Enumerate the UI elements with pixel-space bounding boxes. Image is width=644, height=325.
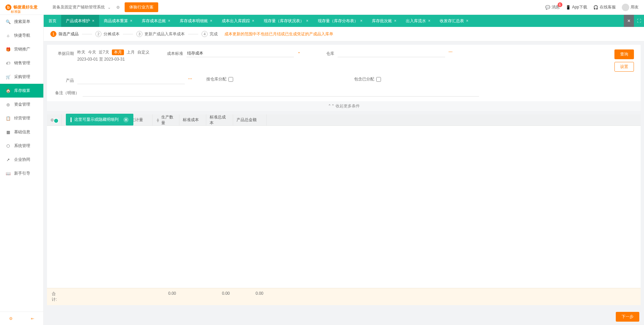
tab[interactable]: 收发存汇总表× [435, 15, 473, 27]
by-warehouse-checkbox[interactable]: 按仓库分配 [206, 76, 233, 82]
system-selector[interactable]: 装备及固定资产辅助管理系统 ⌄ ⚙ [52, 4, 120, 10]
step-separator [123, 34, 133, 34]
book-icon: 📖 [5, 171, 11, 176]
footer-cell [179, 291, 206, 302]
sidebar-item-label: 基础信息 [14, 129, 30, 135]
tab[interactable]: 库存成本明细账× [175, 15, 217, 27]
house-icon: 🏠 [5, 88, 11, 94]
close-icon[interactable]: × [130, 19, 132, 23]
home-icon: ⌂ [5, 33, 11, 38]
date-option[interactable]: 昨天 [77, 49, 85, 55]
fullscreen-icon[interactable]: ⛶ [634, 15, 644, 27]
sidebar-item-operation[interactable]: 📋经营管理 [0, 111, 43, 125]
date-option[interactable]: 今天 [88, 49, 96, 55]
next-button[interactable]: 下一步 [616, 312, 639, 322]
close-icon[interactable]: × [360, 19, 362, 23]
sidebar-item-finance[interactable]: ◎资金管理 [0, 98, 43, 111]
tab[interactable]: 成本出入库跟踪× [217, 15, 259, 27]
sidebar-item-marketing[interactable]: 🎁营销推广 [0, 42, 43, 56]
close-all-tabs-icon[interactable]: ✕ [624, 15, 634, 27]
cost-standard-input[interactable] [186, 49, 294, 57]
tooltip-text: 这里可显示或隐藏明细列 [74, 117, 119, 122]
column-header[interactable]: 标准总成本 [206, 114, 233, 125]
experience-button[interactable]: 体验行业方案 [125, 2, 158, 12]
chevron-down-icon[interactable]: ⌄ [297, 49, 301, 54]
sidebar-item-base[interactable]: ▦基础信息 [0, 125, 43, 139]
gear-icon[interactable]: ⚙ [116, 5, 120, 10]
tab[interactable]: 现存量（库存分布表）× [313, 15, 367, 27]
app-download-link[interactable]: 📱 App下载 [566, 4, 587, 10]
footer-cell: 0.00 [233, 291, 267, 302]
date-option[interactable]: 本月 [112, 49, 124, 55]
sidebar-item-label: 经营管理 [14, 115, 30, 121]
sidebar-item-inventory[interactable]: 🏠库存核算 [0, 84, 43, 98]
by-warehouse-input[interactable] [228, 77, 233, 82]
ellipsis-icon[interactable]: ⋯ [188, 76, 193, 81]
remark-input[interactable] [83, 89, 479, 97]
sidebar-item-system[interactable]: ⬡系统管理 [0, 139, 43, 153]
sidebar-item-label: 新手引导 [14, 171, 30, 176]
tab-label: 产品成本维护 [66, 18, 90, 24]
tab[interactable]: 商品成本重算× [99, 15, 137, 27]
step-number: 2 [95, 31, 101, 37]
product-field: 产品 ⋯ [54, 76, 193, 84]
sidebar-item-guide[interactable]: 📖新手引导 [0, 167, 43, 180]
tab[interactable]: 出入库流水× [401, 15, 435, 27]
product-input[interactable] [77, 76, 185, 84]
tab[interactable]: 库存成本总账× [137, 15, 175, 27]
step-separator [188, 34, 198, 34]
include-allocated-input[interactable] [376, 77, 381, 82]
footer-cell [122, 291, 153, 302]
column-settings-button[interactable]: ⚙ [47, 114, 62, 125]
column-header[interactable]: 产品总金额 [233, 114, 267, 125]
tab[interactable]: 产品成本维护× [61, 15, 99, 27]
system-name: 装备及固定资产辅助管理系统 [52, 4, 105, 10]
step-label: 更新产成品入库单成本 [144, 31, 185, 37]
close-icon[interactable]: × [306, 19, 308, 23]
column-label: 生产数量 [161, 114, 176, 126]
close-icon[interactable]: × [210, 19, 212, 23]
collapse-sidebar-icon[interactable]: ⇤ [31, 316, 34, 321]
tag-icon: 🏷 [5, 61, 11, 66]
page-footer: 下一步 [44, 309, 644, 325]
sidebar-item-purchase[interactable]: 🛒采购管理 [0, 70, 43, 84]
close-icon[interactable]: × [394, 19, 396, 23]
column-header[interactable]: ▲▼生产数量 [153, 114, 179, 125]
tab-label: 首页 [48, 18, 56, 24]
query-button[interactable]: 查询 [614, 49, 634, 59]
close-icon[interactable]: × [168, 19, 170, 23]
tab-label: 现存量（库存状况表） [264, 18, 304, 24]
warehouse-input[interactable] [338, 49, 445, 57]
step-1: 1筛选产成品 [50, 31, 79, 37]
close-icon[interactable]: × [92, 19, 94, 23]
close-icon[interactable]: ✕ [123, 117, 129, 122]
steps-note: 成本更新的范围中不包括已月结或已生成凭证的产成品入库单 [224, 31, 333, 37]
online-service-link[interactable]: 🎧 在线客服 [593, 4, 616, 10]
messages-link[interactable]: 💬 消息 6 [545, 4, 560, 10]
tab-label: 现存量（库存分布表） [318, 18, 358, 24]
ellipsis-icon[interactable]: ⋯ [448, 49, 453, 54]
sidebar-item-sales[interactable]: 🏷销售管理 [0, 56, 43, 70]
date-option[interactable]: 上月 [127, 49, 135, 55]
close-icon[interactable]: × [252, 19, 254, 23]
collapse-filters-toggle[interactable]: ⌃⌃ 收起更多条件 [47, 101, 641, 111]
settings-icon[interactable]: ⚙ [9, 316, 13, 321]
column-header[interactable]: 标准成本 [179, 114, 206, 125]
chat-icon: 💬 [545, 5, 550, 10]
include-allocated-checkbox[interactable]: 包含已分配 [354, 76, 381, 82]
sidebar-item-coop[interactable]: ↗企业协同 [0, 153, 43, 167]
date-field: 单据日期 昨天今天近7天本月上月自定义 2023-03-01 至 2023-03… [54, 49, 149, 62]
close-icon[interactable]: × [428, 19, 430, 23]
date-option[interactable]: 近7天 [99, 49, 109, 55]
close-icon[interactable]: × [466, 19, 468, 23]
settings-button[interactable]: 设置 [614, 62, 634, 72]
sidebar-item-search[interactable]: 🔍搜索菜单 [0, 15, 43, 29]
tab[interactable]: 现存量（库存状况表）× [259, 15, 313, 27]
include-allocated-label: 包含已分配 [354, 76, 374, 82]
user-menu[interactable]: 用友 [622, 4, 639, 11]
sidebar-item-label: 系统管理 [14, 143, 30, 149]
tab[interactable]: 首页 [44, 15, 61, 27]
tab[interactable]: 库存批次账× [367, 15, 401, 27]
sidebar-item-quicknav[interactable]: ⌂快捷导航 [0, 29, 43, 42]
date-option[interactable]: 自定义 [137, 49, 149, 55]
